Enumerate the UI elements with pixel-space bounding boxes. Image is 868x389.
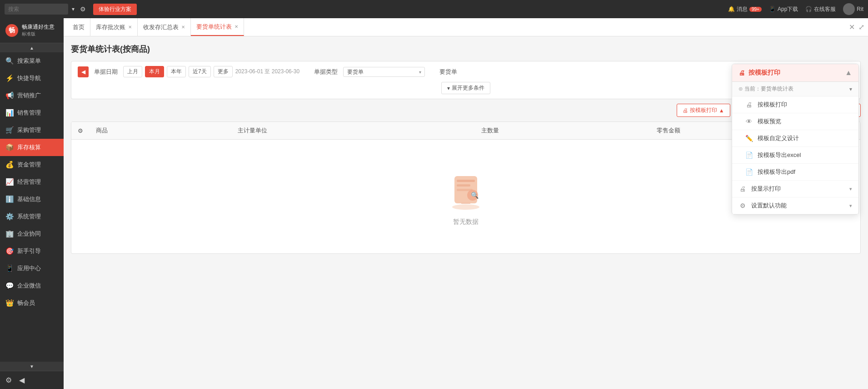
sidebar-item-label: 企业微信 [17, 282, 41, 290]
tab-close-all-btn[interactable]: ✕ [849, 23, 855, 31]
sidebar: 畅 畅康通好生意 标准版 ▲ 🔍 搜索菜单 ⚡ 快捷导航 📢 营销推广 📊 销售 [0, 18, 64, 389]
filter-collapse-btn[interactable]: ◀ [78, 66, 89, 77]
set-default-chevron: ▾ [849, 203, 852, 209]
tab-batch-account[interactable]: 库存批次账 ✕ [90, 18, 138, 36]
tab-order-stats-label: 要货单统计表 [196, 23, 232, 31]
sidebar-item-operations[interactable]: 📈 经营管理 [0, 173, 64, 191]
app-center-icon: 📱 [5, 264, 14, 273]
sidebar-item-label: 系统管理 [17, 212, 41, 221]
tab-collection-summary[interactable]: 收发存汇总表 ✕ [138, 18, 191, 36]
table-col-product: 商品 [90, 122, 231, 140]
current-label-text: ⊙ 当前：要货单统计表 [738, 85, 793, 93]
dropdown-item-template-custom[interactable]: ✏️ 模板自定义设计 [732, 130, 858, 147]
logo-sub: 标准版 [22, 31, 55, 37]
current-label-row: ⊙ 当前：要货单统计表 ▾ [732, 82, 858, 96]
sidebar-item-guide[interactable]: 🎯 新手引导 [0, 242, 64, 260]
table-col-settings[interactable]: ⚙ [71, 122, 90, 140]
sidebar-collapse-icon[interactable]: ◀ [19, 376, 25, 384]
tab-collection-summary-close[interactable]: ✕ [181, 25, 185, 30]
type-select-wrapper: 要货单 ▾ [343, 67, 425, 77]
current-chevron-icon: ▾ [849, 86, 852, 92]
username-label: Rit [857, 6, 863, 12]
sidebar-item-inventory[interactable]: 📦 库存核算 [0, 139, 64, 156]
dropdown-header: 🖨 按模板打印 ▲ [732, 64, 858, 82]
set-default-icon: ⚙ [738, 202, 747, 209]
tab-home[interactable]: 首页 [67, 18, 90, 36]
logo-icon: 畅 [5, 24, 18, 37]
sidebar-scroll: 🔍 搜索菜单 ⚡ 快捷导航 📢 营销推广 📊 销售管理 🛒 采购管理 📦 [0, 52, 64, 362]
topbar-left: ▾ ⚙ 体验行业方案 [5, 4, 728, 15]
topbar-search-input[interactable] [5, 4, 68, 15]
current-text: 当前：要货单统计表 [744, 86, 793, 92]
app-download-label: App下载 [778, 5, 798, 13]
tab-order-stats-close[interactable]: ✕ [234, 24, 238, 29]
tabs-bar: 首页 库存批次账 ✕ 收发存汇总表 ✕ 要货单统计表 ✕ ✕ ⤢ [64, 18, 868, 36]
date-btn-this-year[interactable]: 本年 [167, 66, 186, 77]
dropdown-item-export-pdf[interactable]: 📄 按模板导出pdf [732, 164, 858, 181]
sidebar-scroll-up[interactable]: ▲ [0, 43, 64, 52]
user-item[interactable]: Rit [843, 3, 863, 15]
dropdown-item-template-print[interactable]: 🖨 按模板打印 [732, 96, 858, 113]
sidebar-item-search-menu[interactable]: 🔍 搜索菜单 [0, 52, 64, 70]
dropdown-item-export-excel[interactable]: 📄 按模板导出excel [732, 147, 858, 164]
expand-more-btn[interactable]: ▾ 展开更多条件 [441, 82, 490, 94]
sidebar-item-label: 基础信息 [17, 195, 41, 203]
app-download-item[interactable]: 📱 App下载 [769, 5, 798, 13]
tab-collection-summary-label: 收发存汇总表 [143, 23, 179, 31]
date-btn-last-month[interactable]: 上月 [123, 66, 142, 77]
date-btn-more[interactable]: 更多 [214, 66, 233, 77]
sidebar-item-label: 快捷导航 [17, 74, 41, 82]
operations-icon: 📈 [5, 178, 14, 186]
svg-point-0 [452, 204, 479, 210]
sidebar-item-app-center[interactable]: 📱 应用中心 [0, 260, 64, 277]
sidebar-settings-icon[interactable]: ⚙ [5, 376, 12, 384]
dropdown-sub-set-default[interactable]: ⚙ 设置默认功能 ▾ [732, 197, 858, 214]
online-service-item[interactable]: 🎧 在线客服 [805, 5, 836, 13]
tab-order-stats[interactable]: 要货单统计表 ✕ [191, 18, 244, 36]
tab-batch-account-close[interactable]: ✕ [128, 25, 132, 30]
sidebar-item-quick-nav[interactable]: ⚡ 快捷导航 [0, 70, 64, 87]
tab-expand-btn[interactable]: ⤢ [858, 23, 864, 31]
dropdown-sub-display-print[interactable]: 🖨 按显示打印 ▾ [732, 181, 858, 197]
experience-btn[interactable]: 体验行业方案 [93, 4, 137, 15]
notifications-item[interactable]: 🔔 消息 99+ [728, 5, 762, 13]
dropdown-item-template-preview[interactable]: 👁 模板预览 [732, 113, 858, 130]
search-menu-icon: 🔍 [5, 57, 14, 65]
guide-icon: 🎯 [5, 247, 14, 255]
page-title: 要货单统计表(按商品) [71, 44, 861, 55]
sidebar-item-basic-info[interactable]: ℹ️ 基础信息 [0, 191, 64, 208]
wechat-icon: 💬 [5, 282, 14, 290]
sidebar-item-enterprise[interactable]: 🏢 企业协同 [0, 225, 64, 242]
sidebar-item-label: 新手引导 [17, 247, 41, 255]
sidebar-item-system[interactable]: ⚙️ 系统管理 [0, 208, 64, 225]
current-icon: ⊙ [738, 86, 743, 92]
date-btn-7days[interactable]: 近7天 [189, 66, 211, 77]
sidebar-item-finance[interactable]: 💰 资金管理 [0, 156, 64, 173]
type-select[interactable]: 要货单 [343, 67, 425, 77]
date-btn-this-month[interactable]: 本月 [145, 66, 164, 77]
export-pdf-icon: 📄 [745, 168, 753, 176]
avatar [843, 3, 855, 15]
empty-svg: 🔍 [443, 167, 489, 212]
topbar-dropdown-arrow[interactable]: ▾ [72, 6, 75, 12]
tab-batch-account-label: 库存批次账 [96, 23, 125, 31]
dropdown-close-btn[interactable]: ▲ [845, 69, 852, 77]
sidebar-item-sales[interactable]: 📊 销售管理 [0, 104, 64, 121]
sidebar-item-member[interactable]: 👑 畅会员 [0, 294, 64, 312]
print-dropdown-arrow: ▲ [719, 107, 724, 114]
sidebar-logo: 畅 畅康通好生意 标准版 [0, 18, 64, 43]
sidebar-item-label: 资金管理 [17, 161, 41, 169]
logo-name: 畅康通好生意 [22, 24, 55, 31]
page-content: 要货单统计表(按商品) ◀ 单据日期 上月 本月 本年 近7天 更多 202 [64, 36, 868, 389]
sidebar-item-label: 经营管理 [17, 178, 41, 186]
topbar-gear-icon[interactable]: ⚙ [80, 5, 86, 13]
sidebar-item-purchase[interactable]: 🛒 采购管理 [0, 121, 64, 139]
set-default-label: 设置默认功能 [751, 202, 787, 210]
headset-icon: 🎧 [805, 6, 812, 12]
sidebar-item-label: 应用中心 [17, 264, 41, 273]
print-template-btn[interactable]: 🖨 按模板打印 ▲ [677, 104, 730, 117]
sidebar-item-wechat[interactable]: 💬 企业微信 [0, 277, 64, 294]
sidebar-item-label: 采购管理 [17, 126, 41, 134]
sidebar-item-marketing[interactable]: 📢 营销推广 [0, 87, 64, 104]
sidebar-scroll-down[interactable]: ▼ [0, 362, 64, 371]
